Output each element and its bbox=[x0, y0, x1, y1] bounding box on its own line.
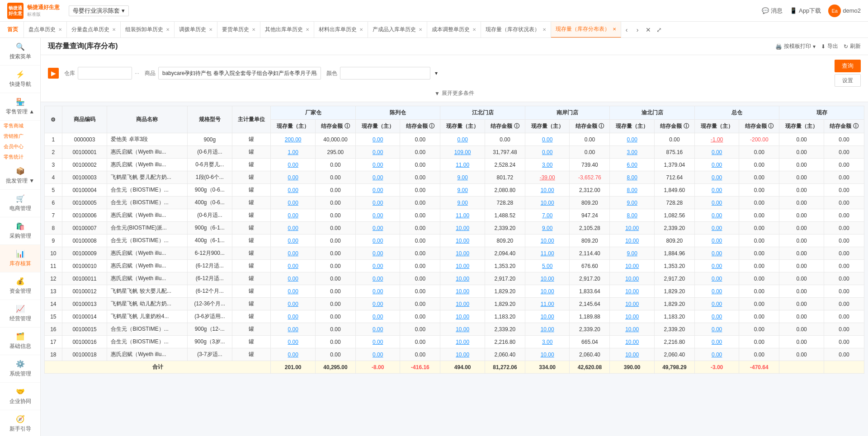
sidebar-item-ecom[interactable]: 🛒 电商管理 bbox=[0, 190, 40, 217]
row-factory-qty[interactable]: 0.00 bbox=[271, 234, 316, 247]
row-factory-qty[interactable]: 0.00 bbox=[271, 184, 316, 197]
close-icon[interactable]: ✕ bbox=[472, 27, 476, 32]
row-factory-qty[interactable]: 0.00 bbox=[271, 348, 316, 361]
row-total-qty[interactable]: 0.00 bbox=[694, 222, 739, 234]
row-nanan-qty[interactable]: 10.00 bbox=[525, 234, 570, 247]
sidebar-item-retail[interactable]: 🏪 零售管理 ▲ bbox=[0, 93, 40, 121]
row-factory-qty[interactable]: 0.00 bbox=[271, 336, 316, 348]
tab-kucunzk[interactable]: 现存量（库存状况表）✕ bbox=[481, 22, 551, 38]
row-factory-qty[interactable]: 0.00 bbox=[271, 209, 316, 222]
row-chenlie-qty[interactable]: 0.00 bbox=[355, 310, 400, 323]
tab-home[interactable]: 首页 bbox=[2, 22, 24, 38]
sidebar-item-marketing[interactable]: 营销推广 bbox=[0, 131, 40, 141]
query-btn[interactable]: 查询 bbox=[835, 60, 861, 72]
row-jiangbei-qty[interactable]: 10.00 bbox=[440, 247, 485, 260]
row-jiangbei-qty[interactable]: 10.00 bbox=[440, 310, 485, 323]
tab-fullscreen-btn[interactable]: ⤢ bbox=[654, 24, 665, 35]
refresh-btn[interactable]: ↻ 刷新 bbox=[844, 42, 861, 50]
row-nanan-qty[interactable]: 3.00 bbox=[525, 336, 570, 348]
close-icon[interactable]: ✕ bbox=[112, 27, 116, 32]
row-total-qty[interactable]: 0.00 bbox=[694, 197, 739, 209]
row-yubeimen-qty[interactable]: 8.00 bbox=[610, 184, 655, 197]
row-yubeimen-qty[interactable]: 8.00 bbox=[610, 171, 655, 184]
row-chenlie-qty[interactable]: 0.00 bbox=[355, 222, 400, 234]
row-total-qty[interactable]: 0.00 bbox=[694, 336, 739, 348]
row-chenlie-qty[interactable]: 0.00 bbox=[355, 323, 400, 336]
tab-qtck[interactable]: 其他出库单历史 ✕ bbox=[260, 22, 314, 38]
row-jiangbei-qty[interactable]: 10.00 bbox=[440, 272, 485, 285]
row-chenlie-qty[interactable]: 0.00 bbox=[355, 171, 400, 184]
row-factory-qty[interactable]: 0.00 bbox=[271, 285, 316, 298]
sidebar-item-quicknav[interactable]: ⚡ 快捷导航 bbox=[0, 66, 40, 93]
row-total-qty[interactable]: 0.00 bbox=[694, 234, 739, 247]
app-download-btn[interactable]: 📱 App下载 bbox=[790, 7, 821, 15]
row-chenlie-qty[interactable]: 0.00 bbox=[355, 298, 400, 310]
row-total-qty[interactable]: 0.00 bbox=[694, 298, 739, 310]
print-btn[interactable]: 🖨️ 按模板打印 ▾ bbox=[775, 42, 816, 50]
color-input[interactable] bbox=[340, 67, 430, 80]
row-chenlie-qty[interactable]: 0.00 bbox=[355, 209, 400, 222]
row-yubeimen-qty[interactable]: 10.00 bbox=[610, 285, 655, 298]
tab-pandian[interactable]: 盘点单历史 ✕ bbox=[24, 22, 67, 38]
close-icon[interactable]: ✕ bbox=[166, 27, 170, 32]
expand-conditions-btn[interactable]: ▼ 展开更多条件 bbox=[48, 87, 861, 97]
sidebar-item-basic[interactable]: 🗂️ 基础信息 bbox=[0, 328, 40, 355]
row-chenlie-qty[interactable]: 0.00 bbox=[355, 234, 400, 247]
user-area[interactable]: Ea demo2 bbox=[828, 5, 861, 17]
row-nanan-qty[interactable]: 0.00 bbox=[525, 146, 570, 159]
warehouse-more-icon[interactable]: ··· bbox=[135, 70, 139, 76]
row-chenlie-qty[interactable]: 0.00 bbox=[355, 133, 400, 146]
industry-selector[interactable]: 母婴行业演示陈套 ▾ bbox=[69, 5, 129, 16]
sidebar-item-guide[interactable]: 🧭 新手引导 bbox=[0, 410, 40, 436]
close-icon[interactable]: ✕ bbox=[542, 27, 546, 32]
row-factory-qty[interactable]: 0.00 bbox=[271, 197, 316, 209]
row-chenlie-qty[interactable]: 0.00 bbox=[355, 348, 400, 361]
row-nanan-qty[interactable]: 11.00 bbox=[525, 247, 570, 260]
product-input[interactable] bbox=[158, 67, 321, 80]
tab-fenpandian[interactable]: 分量盘点单历史 ✕ bbox=[67, 22, 121, 38]
row-chenlie-qty[interactable]: 0.00 bbox=[355, 285, 400, 298]
export-btn[interactable]: ⬇ 导出 bbox=[821, 42, 838, 50]
row-jiangbei-qty[interactable]: 109.00 bbox=[440, 146, 485, 159]
row-total-qty[interactable]: 0.00 bbox=[694, 323, 739, 336]
row-jiangbei-qty[interactable]: 9.00 bbox=[440, 171, 485, 184]
tab-close-all-btn[interactable]: ✕ bbox=[643, 24, 654, 35]
row-yubeimen-qty[interactable]: 9.00 bbox=[610, 247, 655, 260]
row-nanan-qty[interactable]: 10.00 bbox=[525, 323, 570, 336]
sidebar-item-member[interactable]: 会员中心 bbox=[0, 141, 40, 152]
sidebar-item-operation[interactable]: 📈 经营管理 bbox=[0, 300, 40, 328]
tab-prev-btn[interactable]: ‹ bbox=[621, 24, 632, 35]
row-nanan-qty[interactable]: 5.00 bbox=[525, 260, 570, 272]
close-icon[interactable]: ✕ bbox=[252, 27, 255, 32]
close-icon[interactable]: ✕ bbox=[209, 27, 212, 32]
row-yubeimen-qty[interactable]: 10.00 bbox=[610, 260, 655, 272]
row-total-qty[interactable]: 0.00 bbox=[694, 285, 739, 298]
row-factory-qty[interactable]: 0.00 bbox=[271, 272, 316, 285]
row-total-qty[interactable]: 0.00 bbox=[694, 348, 739, 361]
row-jiangbei-qty[interactable]: 10.00 bbox=[440, 222, 485, 234]
sidebar-item-retailstat[interactable]: 零售统计 bbox=[0, 152, 40, 162]
tab-cailiaock[interactable]: 材料出库单历史 ✕ bbox=[314, 22, 368, 38]
row-factory-qty[interactable]: 0.00 bbox=[271, 159, 316, 171]
sidebar-item-inventory[interactable]: 📊 库存核算 bbox=[0, 245, 40, 272]
row-factory-qty[interactable]: 0.00 bbox=[271, 171, 316, 184]
row-jiangbei-qty[interactable]: 11.00 bbox=[440, 209, 485, 222]
row-jiangbei-qty[interactable]: 11.00 bbox=[440, 159, 485, 171]
row-chenlie-qty[interactable]: 0.00 bbox=[355, 272, 400, 285]
row-jiangbei-qty[interactable]: 10.00 bbox=[440, 260, 485, 272]
row-yubeimen-qty[interactable]: 10.00 bbox=[610, 323, 655, 336]
row-chenlie-qty[interactable]: 0.00 bbox=[355, 247, 400, 260]
warehouse-input[interactable] bbox=[78, 67, 132, 80]
row-chenlie-qty[interactable]: 0.00 bbox=[355, 184, 400, 197]
row-nanan-qty[interactable]: 3.00 bbox=[525, 159, 570, 171]
row-yubeimen-qty[interactable]: 10.00 bbox=[610, 310, 655, 323]
row-jiangbei-qty[interactable]: 9.00 bbox=[440, 184, 485, 197]
row-total-qty[interactable]: 0.00 bbox=[694, 184, 739, 197]
close-icon[interactable]: ✕ bbox=[419, 27, 422, 32]
row-nanan-qty[interactable]: -39.00 bbox=[525, 171, 570, 184]
row-factory-qty[interactable]: 0.00 bbox=[271, 323, 316, 336]
row-total-qty[interactable]: 0.00 bbox=[694, 260, 739, 272]
row-total-qty[interactable]: 0.00 bbox=[694, 171, 739, 184]
close-icon[interactable]: ✕ bbox=[613, 27, 616, 32]
row-yubeimen-qty[interactable]: 10.00 bbox=[610, 336, 655, 348]
